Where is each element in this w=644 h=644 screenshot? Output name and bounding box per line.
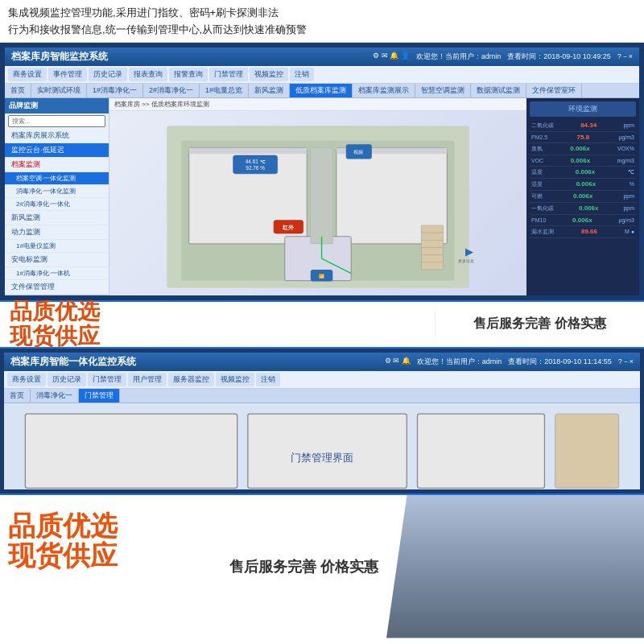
nav2-tab-3[interactable]: 2#消毒净化一 (143, 84, 200, 97)
svg-rect-28 (25, 414, 237, 488)
m2-nav-tab-1[interactable]: 历史记录 (47, 373, 86, 386)
nav2-tab-2[interactable]: 1#消毒净化一 (87, 84, 143, 97)
nav2-tab-1[interactable]: 实时测试环境 (31, 84, 87, 97)
env-row-0: 二氧化碳 84.34 ppm (530, 120, 636, 132)
top-text-section: 集成视频监控管理功能,采用进门指纹、密码+刷卡探测非法 行为和接收报警信息,统一… (0, 0, 644, 43)
sidebar-item-4[interactable]: 动力监测 (5, 225, 109, 240)
monitor-1-inner: 档案库房智能监控系统 ⚙ ✉ 🔔 👤 欢迎您！当前用户：admin 查看时间：2… (5, 47, 639, 295)
nav-tab-5[interactable]: 门禁管理 (209, 68, 248, 81)
env-value-8: 0.006x (572, 217, 592, 224)
m2-nav2-2[interactable]: 门禁管理 (79, 389, 120, 402)
monitor1-main-content: 品牌监测 档案库房展示系统 监控云台·低延迟 档案监测 档案空调·一体化监测 消… (5, 98, 639, 295)
monitor1-second-nav: 首页 实时测试环境 1#消毒净化一 2#消毒净化一 1#电量总览 新风监测 低质… (5, 84, 639, 98)
env-label-7: 一氧化碳 (531, 204, 554, 213)
env-unit-9: M ● (625, 229, 634, 234)
m2-nav2-1[interactable]: 消毒净化一 (31, 389, 79, 402)
monitor1-sidebar: 品牌监测 档案库房展示系统 监控云台·低延迟 档案监测 档案空调·一体化监测 消… (5, 98, 109, 295)
svg-text:▶: ▶ (465, 245, 473, 257)
top-line2: 行为和接收报警信息,统一传输到管理中心,从而达到快速准确预警 (8, 22, 636, 39)
svg-text:44.61 ℃: 44.61 ℃ (246, 159, 266, 164)
env-row-7: 一氧化碳 0.006x ppm (530, 203, 636, 215)
env-value-4: 0.006x (576, 168, 595, 175)
monitor-1: 档案库房智能监控系统 ⚙ ✉ 🔔 👤 欢迎您！当前用户：admin 查看时间：2… (0, 43, 644, 300)
sidebar-search[interactable] (8, 115, 105, 127)
sidebar-item-6[interactable]: 文件保管管理 (5, 280, 109, 295)
env-value-1: 75.8 (577, 134, 590, 141)
env-unit-8: μg/m3 (618, 217, 634, 223)
monitor1-icons: ⚙ ✉ 🔔 👤 (373, 52, 410, 62)
svg-text:92.76 %: 92.76 % (246, 165, 265, 171)
monitor2-close-icon[interactable]: ?－× (618, 357, 634, 367)
env-unit-6: ppm (623, 193, 634, 199)
monitor2-user: 欢迎您！当前用户：admin (417, 357, 502, 367)
sidebar-sub-2[interactable]: 2#消毒净化·一体化 (5, 198, 109, 211)
env-row-9: 漏水监测 89.66 M ● (530, 226, 636, 238)
nav2-tab-4[interactable]: 1#电量总览 (200, 84, 249, 97)
env-unit-5: % (630, 181, 634, 187)
env-value-9: 89.66 (581, 228, 597, 235)
svg-text:📶: 📶 (319, 273, 324, 279)
nav-tab-6[interactable]: 视频监控 (250, 68, 288, 81)
sidebar-sub-3[interactable]: 1#电量仪监测 (5, 240, 109, 253)
bottom-text-left: 品质优选 现货供应 (8, 511, 118, 572)
m2-nav-tab-4[interactable]: 服务器监控 (168, 373, 214, 386)
nav-tab-7[interactable]: 注销 (290, 68, 314, 81)
sidebar-item-1[interactable]: 监控云台·低延迟 (5, 143, 109, 158)
env-panel-title: 环境监测 (530, 101, 636, 117)
sidebar-item-5[interactable]: 安电标监测 (5, 253, 109, 267)
monitor1-title: 档案库房智能监控系统 (11, 50, 108, 64)
env-row-3: VOC 0.006x mg/m3 (530, 155, 636, 167)
middle-banner-left: 品质优选 现货供应 (0, 295, 435, 354)
sidebar-item-2[interactable]: 档案监测 (5, 158, 109, 172)
nav2-tab-9[interactable]: 数据测试监测 (471, 84, 526, 97)
env-value-6: 0.006x (573, 192, 592, 200)
monitor-2-inner: 档案库房智能一体化监控系统 ⚙ ✉ 🔔 欢迎您！当前用户：admin 查看时间：… (4, 353, 640, 489)
sidebar-sub-0[interactable]: 档案空调·一体化监测 (5, 172, 109, 185)
env-unit-3: mg/m3 (617, 158, 634, 163)
monitor2-title: 档案库房智能一体化监控系统 (10, 355, 136, 369)
m2-nav2-0[interactable]: 首页 (4, 389, 31, 402)
nav-tab-0[interactable]: 商务设置 (8, 68, 47, 81)
env-value-3: 0.006x (571, 157, 590, 164)
nav2-tab-0[interactable]: 首页 (5, 84, 31, 97)
svg-text:更多信息: 更多信息 (458, 258, 474, 262)
env-label-1: PM2.5 (531, 134, 547, 140)
nav2-tab-5[interactable]: 新风监测 (249, 84, 290, 97)
factory-image (386, 495, 644, 638)
monitor2-title-bar: 档案库房智能一体化监控系统 ⚙ ✉ 🔔 欢迎您！当前用户：admin 查看时间：… (4, 353, 640, 371)
env-label-0: 二氧化碳 (531, 122, 554, 130)
m2-nav-tab-3[interactable]: 用户管理 (128, 373, 167, 386)
monitor2-second-nav: 首页 消毒净化一 门禁管理 (4, 389, 640, 403)
nav2-tab-6[interactable]: 低质档案库监测 (290, 84, 353, 97)
sidebar-item-0[interactable]: 档案库房展示系统 (5, 129, 109, 143)
env-row-8: PM10 0.006x μg/m3 (530, 215, 636, 226)
middle-banner-right: 售后服务完善 价格实惠 (435, 311, 644, 337)
nav-tab-4[interactable]: 报警查询 (169, 68, 208, 81)
env-value-5: 0.006x (576, 180, 596, 188)
sidebar-item-3[interactable]: 新风监测 (5, 211, 109, 225)
m2-nav-tab-2[interactable]: 门禁管理 (88, 373, 126, 386)
svg-rect-29 (248, 414, 407, 488)
sidebar-sub-4[interactable]: 1#消毒净化·一体机 (5, 267, 109, 280)
monitor1-close-icon[interactable]: ?－× (617, 52, 633, 62)
env-unit-4: ℃ (628, 169, 634, 175)
m2-nav-tab-0[interactable]: 商务设置 (7, 373, 46, 386)
monitor1-header-right: ⚙ ✉ 🔔 👤 欢迎您！当前用户：admin 查看时间：2018-09-10 1… (373, 52, 633, 62)
monitor-2: 档案库房智能一体化监控系统 ⚙ ✉ 🔔 欢迎您！当前用户：admin 查看时间：… (0, 349, 644, 493)
monitor2-icons: ⚙ ✉ 🔔 (385, 357, 411, 367)
nav-tab-1[interactable]: 事件管理 (48, 68, 87, 81)
nav2-tab-10[interactable]: 文件保管室环 (526, 84, 582, 97)
nav-tab-2[interactable]: 历史记录 (89, 68, 127, 81)
nav2-tab-7[interactable]: 档案库监测展示 (353, 84, 415, 97)
m2-nav-tab-6[interactable]: 注销 (256, 373, 280, 386)
env-row-2: 臭氧 0.006x VOX% (530, 143, 636, 155)
sidebar-section-nav: 品牌监测 档案库房展示系统 监控云台·低延迟 档案监测 档案空调·一体化监测 消… (5, 98, 109, 295)
m2-nav-tab-5[interactable]: 视频监控 (216, 373, 254, 386)
monitor1-title-bar: 档案库房智能监控系统 ⚙ ✉ 🔔 👤 欢迎您！当前用户：admin 查看时间：2… (5, 47, 639, 66)
sidebar-sub-1[interactable]: 消毒净化·一体化监测 (5, 185, 109, 198)
svg-text:红外: 红外 (282, 223, 295, 230)
env-panel: 环境监测 二氧化碳 84.34 ppm PM2.5 75.8 μg/m3 臭氧 … (526, 98, 639, 295)
env-label-3: VOC (531, 158, 543, 163)
nav2-tab-8[interactable]: 智慧空调监测 (415, 84, 471, 97)
nav-tab-3[interactable]: 报表查询 (129, 68, 167, 81)
